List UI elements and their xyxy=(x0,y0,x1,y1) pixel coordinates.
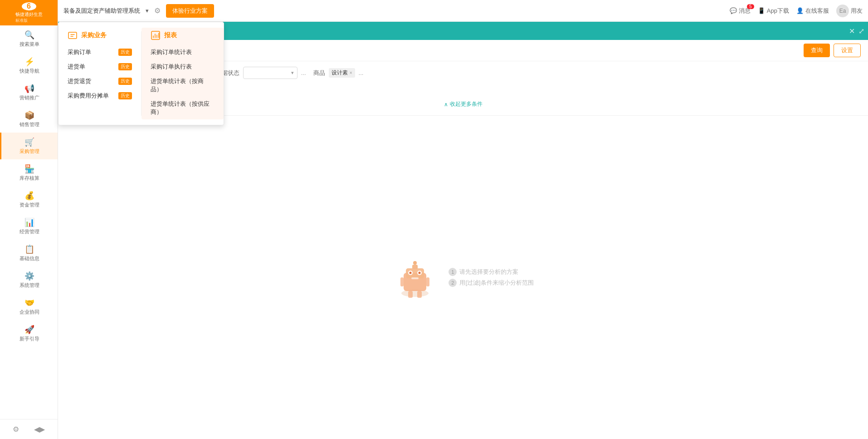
sidebar-bottom: ⚙ ◀▶ xyxy=(0,419,58,439)
title-dropdown-btn[interactable]: ▾ xyxy=(146,7,149,14)
sidebar-item-guide[interactable]: 🚀 新手引导 xyxy=(0,320,58,347)
sidebar-item-label: 搜索菜单 xyxy=(20,41,39,48)
dropdown-item-purchase-order-stat[interactable]: 采购订单统计表 xyxy=(145,45,220,59)
query-button[interactable]: 查询 xyxy=(804,44,830,57)
hint-num-2: 2 xyxy=(449,279,457,287)
sidebar-logo: 6 畅捷通好生意 标准版 xyxy=(0,0,58,25)
dropdown-item-label: 采购订单执行表 xyxy=(151,63,215,71)
sidebar-item-label: 经营管理 xyxy=(20,228,39,235)
doc-status-dots[interactable]: ... xyxy=(301,69,306,76)
tab-expand-icon[interactable]: ⤢ xyxy=(858,27,864,35)
dropdown-item-label: 进货单统计表（按供应商） xyxy=(151,100,215,116)
sidebar-collapse-btn[interactable]: ◀▶ xyxy=(34,425,45,434)
service-icon: 👤 xyxy=(796,7,804,14)
purchase-col-title: 采购业务 xyxy=(62,28,137,43)
svg-rect-7 xyxy=(411,277,419,279)
logo-icon: 6 xyxy=(22,2,36,10)
report-col-icon xyxy=(151,30,161,40)
history-badge-0: 历史 xyxy=(118,49,132,56)
settings-button[interactable]: 设置 xyxy=(834,44,861,57)
industry-btn[interactable]: 体验行业方案 xyxy=(166,4,214,18)
sidebar-item-label: 快捷导航 xyxy=(20,68,39,74)
dropdown-item-return[interactable]: 进货退货 历史 xyxy=(62,74,137,89)
tabbar-right-actions: ✕ ⤢ xyxy=(849,27,864,35)
purchase-icon: 🛒 xyxy=(24,137,34,147)
sidebar-item-sales[interactable]: 📦 销售管理 xyxy=(0,106,58,133)
dropdown-item-label: 进货退货 xyxy=(68,77,116,85)
dropdown-item-expense[interactable]: 采购费用分摊单 历史 xyxy=(62,89,137,103)
sidebar-item-purchase[interactable]: 🛒 采购管理 xyxy=(0,133,58,159)
goods-dots[interactable]: ... xyxy=(359,69,364,76)
empty-state: 1 请先选择要分析的方案 2 用[过滤]条件来缩小分析范围 xyxy=(58,116,868,439)
empty-state-icon xyxy=(392,255,438,300)
svg-rect-8 xyxy=(400,277,404,286)
dropdown-item-purchase-order[interactable]: 采购订单 历史 xyxy=(62,45,137,59)
doc-status-select[interactable] xyxy=(243,67,297,79)
mobile-icon: 📱 xyxy=(758,7,765,14)
sidebar-settings-btn[interactable]: ⚙ xyxy=(13,425,19,434)
sidebar-item-finance[interactable]: 💰 资金管理 xyxy=(0,186,58,213)
dropdown-item-inbound[interactable]: 进货单 历史 xyxy=(62,59,137,74)
goods-tag-close-btn[interactable]: × xyxy=(350,70,352,75)
dropdown-item-purchase-order-exec[interactable]: 采购订单执行表 xyxy=(145,59,220,74)
sidebar-item-label: 销售管理 xyxy=(20,121,39,128)
toolbar-right: 查询 设置 xyxy=(804,44,861,57)
marketing-icon: 📢 xyxy=(24,84,34,94)
chevron-down-icon: ▾ xyxy=(146,7,149,14)
system-icon: ⚙️ xyxy=(24,271,34,281)
dropdown-item-inbound-stat-goods[interactable]: 进货单统计表（按商品） xyxy=(145,74,220,97)
online-service-label: 在线客服 xyxy=(805,7,829,15)
svg-point-6 xyxy=(419,272,421,274)
dropdown-item-label: 进货单统计表（按商品） xyxy=(151,77,215,94)
dropdown-item-label: 采购订单统计表 xyxy=(151,48,215,56)
sidebar-item-label: 采购管理 xyxy=(20,148,39,155)
message-icon: 💬 xyxy=(730,7,737,14)
history-badge-2: 历史 xyxy=(118,78,132,85)
sidebar-item-search[interactable]: 🔍 搜索菜单 xyxy=(0,25,58,52)
sidebar-item-cooperation[interactable]: 🤝 企业协同 xyxy=(0,293,58,320)
doc-status-select-wrap xyxy=(243,67,297,79)
svg-rect-12 xyxy=(412,265,418,269)
goods-tag: 设计素 × xyxy=(329,68,355,78)
purchase-col: 采购业务 采购订单 历史 进货单 历史 进货退货 历史 采购费用分摊单 历史 xyxy=(59,28,141,119)
chevron-up-icon: ∧ xyxy=(444,101,448,108)
sidebar-item-label: 系统管理 xyxy=(20,282,39,289)
operation-icon: 📊 xyxy=(24,217,34,227)
dropdown-item-label: 进货单 xyxy=(68,63,116,71)
search-menu-icon: 🔍 xyxy=(24,30,34,40)
history-badge-3: 历史 xyxy=(118,92,132,99)
empty-hint: 1 请先选择要分析的方案 2 用[过滤]条件来缩小分析范围 xyxy=(449,268,533,287)
sidebar-item-label: 基础信息 xyxy=(20,255,39,262)
online-service-btn[interactable]: 👤 在线客服 xyxy=(796,7,829,15)
svg-rect-11 xyxy=(417,291,422,298)
sidebar-item-quicknav[interactable]: ⚡ 快捷导航 xyxy=(0,52,58,79)
goods-filter: 商品 设计素 × ... xyxy=(313,68,364,78)
sidebar-item-inventory[interactable]: 🏪 库存核算 xyxy=(0,159,58,186)
empty-hint-text-1: 请先选择要分析的方案 xyxy=(459,268,518,276)
goods-tag-text: 设计素 xyxy=(332,69,348,77)
user-label: 用友 xyxy=(851,7,863,15)
sidebar-item-base[interactable]: 📋 基础信息 xyxy=(0,240,58,266)
collapse-label: 收起更多条件 xyxy=(450,100,483,108)
dropdown-item-inbound-stat-supplier[interactable]: 进货单统计表（按供应商） xyxy=(145,97,220,119)
guide-icon: 🚀 xyxy=(24,325,34,335)
logo-text: 畅捷通好生意 标准版 xyxy=(15,11,43,24)
app-download-btn[interactable]: 📱 App下载 xyxy=(758,7,789,15)
app-download-label: App下载 xyxy=(767,7,789,15)
svg-rect-14 xyxy=(68,32,77,39)
empty-hint-item-1: 1 请先选择要分析的方案 xyxy=(449,268,533,276)
dropdown-item-label: 采购订单 xyxy=(68,48,116,56)
report-col: 报表 采购订单统计表 采购订单执行表 进货单统计表（按商品） 进货单统计表（按供… xyxy=(141,28,224,119)
sidebar-item-label: 资金管理 xyxy=(20,202,39,208)
sidebar-item-system[interactable]: ⚙️ 系统管理 xyxy=(0,266,58,293)
finance-icon: 💰 xyxy=(24,191,34,201)
collapse-filter-btn[interactable]: ∧ 收起更多条件 xyxy=(444,100,483,108)
doc-status-filter: 单据状态 ... xyxy=(216,67,306,79)
user-btn[interactable]: Ea 用友 xyxy=(836,5,863,17)
sidebar-item-marketing[interactable]: 📢 营销推广 xyxy=(0,79,58,106)
topbar-settings-icon[interactable]: ⚙ xyxy=(154,6,161,15)
sidebar-item-label: 企业协同 xyxy=(20,309,39,316)
tab-close-all-icon[interactable]: ✕ xyxy=(849,27,855,35)
message-btn[interactable]: 💬 消息 5 xyxy=(730,7,751,15)
sidebar-item-operation[interactable]: 📊 经营管理 xyxy=(0,213,58,240)
